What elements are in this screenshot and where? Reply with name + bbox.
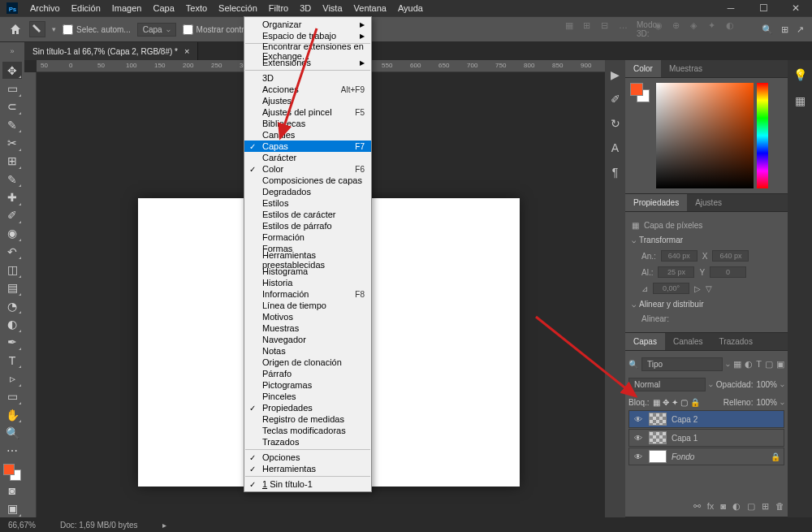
height-input[interactable]: 25 px (658, 266, 694, 278)
lock-all-icon[interactable]: 🔒 (690, 398, 700, 407)
tab-swatches[interactable]: Muestras (661, 60, 710, 77)
x-input[interactable]: 640 px (712, 250, 749, 262)
char-panel-icon[interactable]: A (611, 141, 619, 154)
layer-thumbnail[interactable] (649, 431, 667, 444)
lock-position-icon[interactable]: ✥ (663, 398, 669, 407)
menu-texto[interactable]: Texto (180, 0, 213, 16)
menu-item-herramientas[interactable]: ✓Herramientas (244, 463, 371, 474)
filter-pixel-icon[interactable]: ▦ (733, 359, 741, 370)
menu-item-navegador[interactable]: Navegador (244, 334, 371, 345)
maximize-button[interactable]: ☐ (747, 0, 780, 16)
foreground-background-color[interactable] (3, 464, 21, 481)
dodge-tool[interactable]: ◐ (2, 315, 22, 332)
lock-icon[interactable]: 🔒 (771, 452, 780, 461)
flip-h-icon[interactable]: ▷ (694, 284, 701, 293)
align-icon[interactable]: ▦ (565, 20, 578, 38)
menu-item-registro-de-medidas[interactable]: Registro de medidas (244, 413, 371, 425)
lasso-tool[interactable]: ⊂ (2, 98, 22, 115)
layer-name[interactable]: Capa 1 (672, 434, 698, 443)
type-tool[interactable]: T (2, 352, 22, 369)
menu-item-propiedades[interactable]: ✓Propiedades (244, 402, 371, 413)
menu-item-car-cter[interactable]: Carácter (244, 152, 371, 163)
menu-item-color[interactable]: ✓ColorF6 (244, 163, 371, 175)
align-icon[interactable]: ⊟ (601, 20, 614, 38)
crop-tool[interactable]: ✂ (2, 134, 22, 151)
flip-v-icon[interactable]: ▽ (706, 284, 712, 293)
menu-item-motivos[interactable]: Motivos (244, 311, 371, 322)
menu-ayuda[interactable]: Ayuda (392, 0, 429, 16)
y-input[interactable]: 0 (710, 266, 746, 278)
search-icon[interactable]: 🔍 (762, 24, 773, 35)
fg-bg-swatch[interactable] (630, 83, 650, 102)
menu-seleccion[interactable]: Selección (213, 0, 263, 16)
layer-name[interactable]: Fondo (672, 452, 694, 461)
menu-vista[interactable]: Vista (317, 0, 348, 16)
select-target[interactable]: Capa⌵ (137, 23, 176, 37)
fill-value[interactable]: 100% (756, 398, 777, 407)
shape-tool[interactable]: ▭ (2, 388, 22, 405)
menu-item-p-rrafo[interactable]: Párrafo (244, 368, 371, 379)
menu-edicion[interactable]: Edición (66, 0, 106, 16)
color-field[interactable] (656, 83, 754, 188)
3d-icon[interactable]: ✦ (708, 20, 721, 38)
tool-preset-icon[interactable] (29, 21, 45, 37)
menu-item-composiciones-de-capas[interactable]: Composiciones de capas (244, 175, 371, 186)
home-icon[interactable] (8, 22, 23, 37)
layer-thumbnail[interactable] (649, 450, 667, 463)
para-panel-icon[interactable]: ¶ (612, 166, 619, 179)
menu-item-histograma[interactable]: Histograma (244, 266, 371, 277)
delete-icon[interactable]: 🗑 (775, 501, 784, 512)
menu-imagen[interactable]: Imagen (106, 0, 148, 16)
menu-item-formaci-n[interactable]: Formación (244, 231, 371, 243)
opacity-value[interactable]: 100% (756, 380, 777, 389)
tab-color[interactable]: Color (625, 60, 661, 77)
new-layer-icon[interactable]: ⊞ (762, 501, 769, 512)
adjustment-layer-icon[interactable]: ◐ (732, 501, 741, 512)
edit-toolbar[interactable]: ⋯ (2, 443, 22, 460)
hand-tool[interactable]: ✋ (2, 406, 22, 423)
menu-item-notas[interactable]: Notas (244, 345, 371, 357)
menu-item-3d[interactable]: 3D (244, 72, 371, 84)
zoom-tool[interactable]: 🔍 (2, 424, 22, 441)
screen-mode-tool[interactable]: ▣ (2, 500, 22, 517)
lock-pixels-icon[interactable]: ▦ (653, 398, 660, 407)
link-layers-icon[interactable]: ⚯ (693, 501, 701, 512)
filter-shape-icon[interactable]: ▢ (765, 359, 773, 370)
menu-item-canales[interactable]: Canales (244, 129, 371, 141)
menu-item-bibliotecas[interactable]: Bibliotecas (244, 118, 371, 129)
play-icon[interactable]: ▶ (611, 68, 620, 81)
move-tool[interactable]: ✥ (2, 62, 22, 79)
menu-item-estilos-de-p-rrafo[interactable]: Estilos de párrafo (244, 220, 371, 231)
menu-item-teclas-modificadoras[interactable]: Teclas modificadoras (244, 425, 371, 436)
menu-item-opciones[interactable]: ✓Opciones (244, 452, 371, 463)
menu-item-pinceles[interactable]: Pinceles (244, 391, 371, 402)
menu-3d[interactable]: 3D (294, 0, 317, 16)
menu-item-trazados[interactable]: Trazados (244, 436, 371, 448)
quick-mask-tool[interactable]: ◙ (2, 482, 22, 499)
menu-item-informaci-n[interactable]: InformaciónF8 (244, 288, 371, 300)
angle-input[interactable]: 0,00° (653, 283, 689, 294)
minimize-button[interactable]: ─ (715, 0, 747, 16)
brush-panel-icon[interactable]: ✐ (611, 93, 620, 106)
blend-mode-select[interactable]: Normal (628, 378, 706, 391)
layer-style-icon[interactable]: fx (707, 501, 715, 512)
menu-item-encontrar-extensiones-en-exchange-[interactable]: Encontrar extensiones en Exchange... (244, 45, 371, 57)
layer-name[interactable]: Capa 2 (672, 415, 698, 424)
menu-capa[interactable]: Capa (147, 0, 179, 16)
menu-ventana[interactable]: Ventana (348, 0, 392, 16)
tab-paths[interactable]: Trazados (711, 333, 761, 350)
visibility-icon[interactable]: 👁 (633, 434, 644, 443)
history-brush-tool[interactable]: ↶ (2, 243, 22, 260)
quick-select-tool[interactable]: ✎ (2, 116, 22, 133)
layer-row[interactable]: 👁 Capa 2 (628, 410, 784, 428)
menu-item-origen-de-clonaci-n[interactable]: Origen de clonación (244, 357, 371, 368)
share-icon[interactable]: ↗ (797, 24, 804, 35)
menu-archivo[interactable]: Archivo (24, 0, 66, 16)
lock-nested-icon[interactable]: ✦ (672, 398, 678, 407)
group-icon[interactable]: ▢ (747, 501, 755, 512)
doc-size[interactable]: Doc: 1,69 MB/0 bytes (60, 521, 138, 530)
menu-item-historia[interactable]: Historia (244, 277, 371, 288)
menu-item-ajustes-del-pincel[interactable]: Ajustes del pincelF5 (244, 106, 371, 118)
align-header[interactable]: ⌵Alinear y distribuir (632, 296, 781, 312)
3d-icon[interactable]: ◉ (654, 20, 667, 38)
